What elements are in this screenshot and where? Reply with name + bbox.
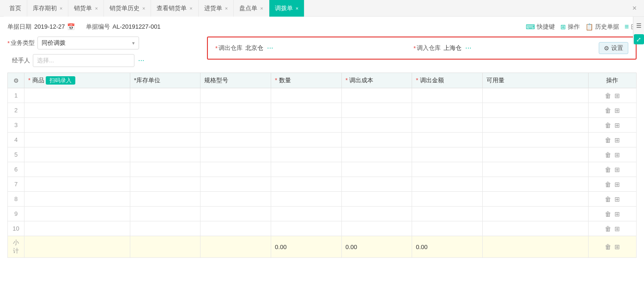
table-gear-icon[interactable]: ⚙	[13, 77, 19, 84]
close-tab-purchase-order[interactable]: ×	[225, 6, 228, 11]
tab-transfer-order[interactable]: 调拨单 ×	[269, 0, 304, 17]
close-tab-inventory-init[interactable]: ×	[60, 6, 62, 11]
row-copy-icon-9[interactable]: ⊞	[614, 210, 620, 218]
row-unit-2[interactable]	[130, 103, 200, 118]
row-product-5[interactable]	[24, 147, 130, 162]
tab-sales-order[interactable]: 销货单 ×	[68, 0, 103, 17]
row-product-2[interactable]	[24, 103, 130, 118]
row-spec-9[interactable]	[200, 207, 271, 221]
row-delete-icon-9[interactable]: 🗑	[605, 210, 611, 218]
tab-sales-history[interactable]: 销货单历史 ×	[104, 0, 151, 17]
row-unit-5[interactable]	[130, 147, 200, 162]
row-qty-10[interactable]	[271, 221, 342, 236]
row-delete-icon-10[interactable]: 🗑	[605, 225, 611, 232]
row-unit-8[interactable]	[130, 192, 200, 207]
row-spec-2[interactable]	[200, 103, 271, 118]
row-delete-icon-3[interactable]: 🗑	[605, 122, 611, 129]
row-available-7[interactable]	[482, 177, 588, 192]
row-available-4[interactable]	[482, 133, 588, 147]
row-qty-6[interactable]	[271, 162, 342, 177]
row-cost-8[interactable]	[341, 192, 412, 207]
row-copy-icon-3[interactable]: ⊞	[614, 122, 620, 129]
view-list-icon[interactable]: ≡	[625, 23, 629, 31]
row-available-6[interactable]	[482, 162, 588, 177]
tab-home[interactable]: 首页	[4, 0, 27, 17]
row-unit-3[interactable]	[130, 118, 200, 133]
row-delete-icon-4[interactable]: 🗑	[605, 136, 611, 144]
row-product-9[interactable]	[24, 207, 130, 221]
row-cost-1[interactable]	[341, 88, 412, 103]
row-copy-icon-5[interactable]: ⊞	[614, 151, 620, 159]
close-all-tabs[interactable]: ×	[629, 4, 640, 12]
sidebar-expand-icon[interactable]: ⤢	[634, 34, 644, 44]
row-available-8[interactable]	[482, 192, 588, 207]
history-docs-btn[interactable]: 📋 历史单据	[585, 23, 619, 31]
out-warehouse-more-icon[interactable]: ···	[267, 44, 273, 52]
row-delete-icon-5[interactable]: 🗑	[605, 151, 611, 159]
row-qty-8[interactable]	[271, 192, 342, 207]
shortcuts-btn[interactable]: ⌨ 快捷键	[526, 23, 555, 31]
row-spec-10[interactable]	[200, 221, 271, 236]
row-unit-1[interactable]	[130, 88, 200, 103]
row-product-6[interactable]	[24, 162, 130, 177]
operations-btn[interactable]: ⊞ 操作	[560, 23, 580, 31]
row-amount-6[interactable]	[412, 162, 483, 177]
row-amount-4[interactable]	[412, 133, 483, 147]
subtotal-delete-icon[interactable]: 🗑	[605, 243, 611, 250]
row-product-3[interactable]	[24, 118, 130, 133]
row-copy-icon-6[interactable]: ⊞	[614, 166, 620, 173]
row-available-1[interactable]	[482, 88, 588, 103]
handler-select[interactable]: 选择...	[33, 54, 134, 67]
row-qty-4[interactable]	[271, 133, 342, 147]
row-amount-2[interactable]	[412, 103, 483, 118]
row-delete-icon-1[interactable]: 🗑	[605, 92, 611, 99]
row-qty-2[interactable]	[271, 103, 342, 118]
row-copy-icon-10[interactable]: ⊞	[614, 225, 620, 232]
row-qty-1[interactable]	[271, 88, 342, 103]
row-cost-10[interactable]	[341, 221, 412, 236]
row-product-1[interactable]	[24, 88, 130, 103]
row-cost-2[interactable]	[341, 103, 412, 118]
row-spec-5[interactable]	[200, 147, 271, 162]
row-qty-5[interactable]	[271, 147, 342, 162]
calendar-icon[interactable]: 📅	[67, 23, 75, 31]
row-cost-7[interactable]	[341, 177, 412, 192]
row-spec-7[interactable]	[200, 177, 271, 192]
sidebar-list-icon[interactable]: ☰	[634, 20, 644, 31]
close-tab-inventory-count[interactable]: ×	[260, 6, 263, 11]
row-amount-5[interactable]	[412, 147, 483, 162]
row-qty-3[interactable]	[271, 118, 342, 133]
row-unit-6[interactable]	[130, 162, 200, 177]
row-spec-6[interactable]	[200, 162, 271, 177]
row-qty-7[interactable]	[271, 177, 342, 192]
row-amount-10[interactable]	[412, 221, 483, 236]
row-product-8[interactable]	[24, 192, 130, 207]
row-amount-7[interactable]	[412, 177, 483, 192]
row-cost-5[interactable]	[341, 147, 412, 162]
row-copy-icon-8[interactable]: ⊞	[614, 195, 620, 203]
row-delete-icon-2[interactable]: 🗑	[605, 107, 611, 114]
row-available-3[interactable]	[482, 118, 588, 133]
row-spec-1[interactable]	[200, 88, 271, 103]
row-delete-icon-6[interactable]: 🗑	[605, 166, 611, 173]
row-unit-4[interactable]	[130, 133, 200, 147]
row-spec-4[interactable]	[200, 133, 271, 147]
row-copy-icon-4[interactable]: ⊞	[614, 136, 620, 144]
row-product-4[interactable]	[24, 133, 130, 147]
tab-view-sales[interactable]: 查看销货单 ×	[151, 0, 198, 17]
biz-type-select[interactable]: 同价调拨 ▾	[37, 37, 139, 49]
close-tab-sales-order[interactable]: ×	[95, 6, 97, 11]
row-copy-icon-2[interactable]: ⊞	[614, 107, 620, 114]
row-cost-4[interactable]	[341, 133, 412, 147]
row-qty-9[interactable]	[271, 207, 342, 221]
row-amount-3[interactable]	[412, 118, 483, 133]
row-available-10[interactable]	[482, 221, 588, 236]
tab-purchase-order[interactable]: 进货单 ×	[199, 0, 234, 17]
row-delete-icon-7[interactable]: 🗑	[605, 181, 611, 188]
row-available-9[interactable]	[482, 207, 588, 221]
row-available-2[interactable]	[482, 103, 588, 118]
row-spec-8[interactable]	[200, 192, 271, 207]
row-amount-1[interactable]	[412, 88, 483, 103]
row-unit-7[interactable]	[130, 177, 200, 192]
handler-more-icon[interactable]: ···	[138, 56, 144, 65]
